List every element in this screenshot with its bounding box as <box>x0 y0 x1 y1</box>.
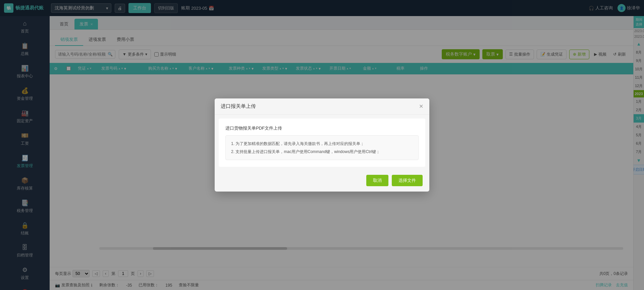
modal-info-item-2: 2. 支持批量上传进口报关单，mac用户使用Command键，windows用户… <box>231 148 413 156</box>
cancel-button[interactable]: 取消 <box>366 175 388 186</box>
select-file-button[interactable]: 选择文件 <box>392 175 423 186</box>
modal-header: 进口报关单上传 ✕ <box>215 98 429 115</box>
modal-body: 进口货物报关单PDF文件上传 1. 为了更加精准的数据匹配，请先录入海关缴款书，… <box>219 119 425 167</box>
modal-body-title: 进口货物报关单PDF文件上传 <box>225 125 419 131</box>
modal-title: 进口报关单上传 <box>221 103 256 110</box>
modal-overlay[interactable]: 进口报关单上传 ✕ 进口货物报关单PDF文件上传 1. 为了更加精准的数据匹配，… <box>0 0 644 290</box>
modal-info-box: 1. 为了更加精准的数据匹配，请先录入海关缴款书，再上传对应的报关单； 2. 支… <box>225 135 419 160</box>
modal-close-button[interactable]: ✕ <box>419 104 423 109</box>
import-modal: 进口报关单上传 ✕ 进口货物报关单PDF文件上传 1. 为了更加精准的数据匹配，… <box>215 98 429 192</box>
modal-footer: 取消 选择文件 <box>215 171 429 192</box>
modal-info-item-1: 1. 为了更加精准的数据匹配，请先录入海关缴款书，再上传对应的报关单； <box>231 140 413 148</box>
